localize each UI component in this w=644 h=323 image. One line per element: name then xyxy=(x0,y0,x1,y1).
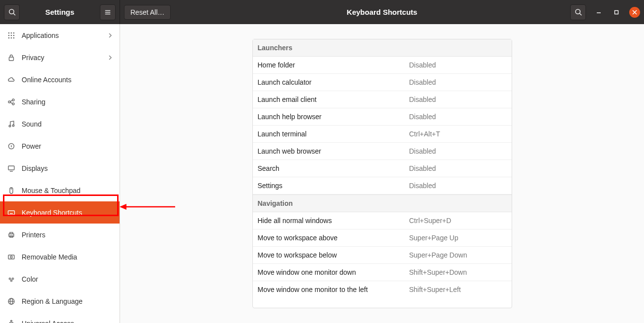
shortcut-row[interactable]: Launch terminalCtrl+Alt+T xyxy=(253,126,512,143)
shortcut-name: Launch terminal xyxy=(258,130,409,138)
sidebar-item-sound[interactable]: Sound xyxy=(0,113,120,135)
shortcut-value: Disabled xyxy=(409,147,436,155)
svg-rect-8 xyxy=(615,10,618,14)
shortcuts-panel: LaunchersHome folderDisabledLaunch calcu… xyxy=(252,39,512,308)
sidebar-item-label: Applications xyxy=(22,32,59,39)
shortcut-value: Super+Page Down xyxy=(409,251,467,259)
shortcut-value: Disabled xyxy=(409,164,436,172)
svg-point-47 xyxy=(12,277,14,280)
sidebar-item-applications[interactable]: Applications xyxy=(0,24,120,46)
shortcut-row[interactable]: Launch email clientDisabled xyxy=(253,91,512,108)
shortcut-name: Launch web browser xyxy=(258,147,409,155)
shortcut-name: Home folder xyxy=(258,61,409,69)
printer-icon xyxy=(7,230,16,239)
sidebar-item-online-accounts[interactable]: Online Accounts xyxy=(0,68,120,91)
svg-point-5 xyxy=(575,9,580,14)
shortcut-row[interactable]: Launch web browserDisabled xyxy=(253,143,512,160)
svg-point-22 xyxy=(12,99,14,101)
sidebar-item-color[interactable]: Color xyxy=(0,268,120,290)
shortcut-row[interactable]: Launch calculatorDisabled xyxy=(253,74,512,91)
svg-line-24 xyxy=(10,100,13,101)
sidebar-item-privacy[interactable]: Privacy xyxy=(0,46,120,68)
sidebar-item-region-language[interactable]: Region & Language xyxy=(0,290,120,312)
shortcut-row[interactable]: SearchDisabled xyxy=(253,160,512,177)
cloud-icon xyxy=(7,75,16,84)
svg-point-13 xyxy=(13,32,15,33)
music-icon xyxy=(7,120,16,129)
titlebar-left: Settings xyxy=(0,0,120,24)
svg-point-21 xyxy=(8,101,10,103)
sidebar-search-button[interactable] xyxy=(4,4,20,20)
shortcut-name: Settings xyxy=(258,182,409,190)
shortcut-row[interactable]: Move to workspace aboveSuper+Page Up xyxy=(253,229,512,247)
svg-point-48 xyxy=(10,279,13,282)
shortcut-row[interactable]: SettingsDisabled xyxy=(253,177,512,194)
svg-point-14 xyxy=(8,34,10,36)
window-maximize-button[interactable] xyxy=(612,7,621,17)
sidebar-item-removable-media[interactable]: Removable Media xyxy=(0,246,120,268)
close-icon xyxy=(632,10,637,15)
shortcut-value: Shift+Super+Down xyxy=(409,268,467,276)
svg-point-23 xyxy=(12,103,14,105)
main-content: LaunchersHome folderDisabledLaunch calcu… xyxy=(120,24,644,323)
sidebar-item-label: Power xyxy=(22,142,41,150)
media-icon xyxy=(7,253,16,261)
titlebar-right: Reset All… Keyboard Shortcuts xyxy=(120,0,644,24)
window-minimize-button[interactable] xyxy=(594,7,604,17)
svg-rect-20 xyxy=(9,57,14,61)
power-icon xyxy=(7,142,16,151)
sidebar-item-universal-access[interactable]: Universal Access xyxy=(0,312,120,323)
section-header: Launchers xyxy=(253,39,512,57)
svg-rect-34 xyxy=(8,211,15,215)
shortcut-value: Disabled xyxy=(409,78,436,86)
shortcut-name: Move to workspace below xyxy=(258,251,409,259)
hamburger-menu-button[interactable] xyxy=(100,4,116,20)
search-icon xyxy=(8,8,16,16)
shortcut-row[interactable]: Move window one monitor downShift+Super+… xyxy=(253,264,512,281)
sidebar-item-mouse-touchpad[interactable]: Mouse & Touchpad xyxy=(0,179,120,201)
section-header: Navigation xyxy=(253,194,512,212)
sidebar-item-keyboard-shortcuts[interactable]: Keyboard Shortcuts xyxy=(0,201,120,224)
shortcut-row[interactable]: Launch help browserDisabled xyxy=(253,108,512,126)
svg-point-26 xyxy=(9,125,11,127)
search-icon xyxy=(575,8,582,16)
shortcut-value: Ctrl+Super+D xyxy=(409,217,452,225)
shortcut-row[interactable]: Hide all normal windowsCtrl+Super+D xyxy=(253,212,512,229)
minimize-icon xyxy=(596,10,601,15)
sidebar-item-sharing[interactable]: Sharing xyxy=(0,91,120,113)
shortcut-name: Search xyxy=(258,164,409,172)
shortcut-name: Move window one monitor to the left xyxy=(258,286,409,293)
shortcut-value: Disabled xyxy=(409,113,436,121)
svg-rect-44 xyxy=(8,255,14,259)
svg-line-1 xyxy=(13,13,15,15)
shortcut-row[interactable]: Move to workspace belowSuper+Page Down xyxy=(253,247,512,264)
sidebar-item-label: Region & Language xyxy=(22,297,83,305)
sidebar-item-label: Keyboard Shortcuts xyxy=(22,209,82,217)
svg-line-6 xyxy=(580,13,582,15)
chevron-right-icon xyxy=(108,33,113,38)
share-icon xyxy=(7,97,16,106)
sidebar-item-printers[interactable]: Printers xyxy=(0,224,120,246)
svg-rect-30 xyxy=(8,166,14,170)
sidebar-item-power[interactable]: Power xyxy=(0,135,120,157)
shortcut-value: Super+Page Up xyxy=(409,234,459,242)
sidebar-item-displays[interactable]: Displays xyxy=(0,157,120,179)
main-search-button[interactable] xyxy=(570,4,586,20)
shortcut-row[interactable]: Home folderDisabled xyxy=(253,57,512,74)
page-title: Keyboard Shortcuts xyxy=(347,8,417,16)
shortcut-row[interactable]: Move window one monitor to the leftShift… xyxy=(253,281,512,298)
svg-point-19 xyxy=(13,37,15,38)
reset-all-button[interactable]: Reset All… xyxy=(124,5,171,20)
app-title: Settings xyxy=(45,8,74,16)
sidebar-item-label: Mouse & Touchpad xyxy=(22,187,81,194)
color-icon xyxy=(7,275,16,284)
sidebar: ApplicationsPrivacyOnline AccountsSharin… xyxy=(0,24,120,323)
window-close-button[interactable] xyxy=(629,7,640,18)
shortcut-value: Disabled xyxy=(409,182,436,190)
grid-icon xyxy=(7,31,16,40)
sidebar-item-label: Removable Media xyxy=(22,253,77,261)
sidebar-item-label: Online Accounts xyxy=(22,76,71,84)
mouse-icon xyxy=(7,186,16,195)
svg-point-18 xyxy=(11,37,12,38)
shortcut-value: Disabled xyxy=(409,96,436,103)
